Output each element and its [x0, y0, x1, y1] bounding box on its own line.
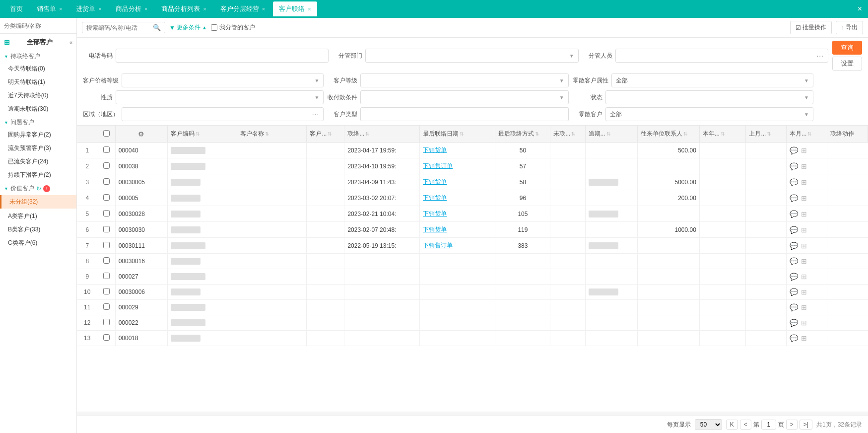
cell-last-contact-method[interactable]	[420, 269, 495, 285]
manager-select[interactable]: ···	[615, 49, 828, 63]
sidebar-item-7days[interactable]: 近7天待联络(0)	[0, 89, 76, 102]
export-btn[interactable]: ↑ 导出	[836, 21, 863, 34]
col-header-customer-type[interactable]: 客户... ⇅	[307, 126, 344, 143]
sidebar-group-pending[interactable]: ▼ 待联络客户	[0, 50, 76, 62]
cell-last-contact-method[interactable]: 下销货单	[420, 143, 495, 158]
row-checkbox[interactable]	[103, 242, 110, 248]
batch-operation-btn[interactable]: ☑ 批量操作	[790, 21, 832, 34]
cell-checkbox[interactable]	[98, 331, 115, 346]
global-close-button[interactable]: ×	[856, 2, 864, 15]
row-checkbox[interactable]	[103, 146, 110, 153]
nav-customer-contact[interactable]: 客户联络 ×	[273, 1, 317, 16]
col-header-this-year[interactable]: 本年... ⇅	[699, 126, 746, 143]
customer-tier-select[interactable]: ▼	[360, 73, 568, 87]
col-header-contact[interactable]: 联络... ⇅	[344, 126, 420, 143]
search-box[interactable]: 🔍	[82, 22, 165, 33]
row-checkbox[interactable]	[103, 303, 110, 310]
chat-icon[interactable]: 💬	[790, 226, 798, 234]
cell-checkbox[interactable]	[98, 206, 115, 222]
grid-action-icon[interactable]: ⊞	[801, 194, 807, 202]
cell-checkbox[interactable]	[98, 300, 115, 315]
my-customers-checkbox-label[interactable]: 我分管的客户	[211, 23, 255, 32]
cell-checkbox[interactable]	[98, 269, 115, 285]
sidebar-item-today[interactable]: 今天待联络(0)	[0, 62, 76, 75]
col-header-no-contact[interactable]: 未联... ⇅	[550, 126, 585, 143]
sidebar-group-problem[interactable]: ▼ 问题客户	[0, 116, 76, 128]
sidebar-item-class-b[interactable]: B类客户(33)	[0, 223, 76, 236]
chat-icon[interactable]: 💬	[790, 178, 798, 186]
horizontal-scrollbar[interactable]	[77, 412, 868, 416]
cell-checkbox[interactable]	[98, 315, 115, 331]
sidebar-search-input[interactable]	[4, 22, 77, 29]
row-checkbox[interactable]	[103, 273, 110, 279]
sidebar-item-class-a[interactable]: A类客户(1)	[0, 210, 76, 223]
last-contact-link[interactable]: 下销货单	[423, 178, 447, 185]
dots-icon2[interactable]: ···	[312, 110, 320, 118]
region-select[interactable]: ···	[122, 107, 324, 121]
last-contact-link[interactable]: 下销货单	[423, 226, 447, 233]
query-button[interactable]: 查询	[832, 41, 862, 55]
close-customer-contact[interactable]: ×	[308, 6, 311, 12]
chat-icon[interactable]: 💬	[790, 162, 798, 170]
cell-checkbox[interactable]	[98, 238, 115, 254]
close-customer-tier[interactable]: ×	[262, 6, 265, 12]
cell-checkbox[interactable]	[98, 254, 115, 269]
close-product-analysis-list[interactable]: ×	[203, 6, 206, 12]
grid-action-icon[interactable]: ⊞	[801, 303, 807, 311]
sidebar-item-unclassified[interactable]: 未分组(32)	[0, 195, 76, 209]
cell-last-contact-method[interactable]: 下销售订单	[420, 238, 495, 254]
sidebar-item-class-c[interactable]: C类客户(6)	[0, 236, 76, 250]
page-number-input[interactable]	[761, 420, 776, 430]
customer-type-input[interactable]	[360, 107, 568, 121]
search-input[interactable]	[86, 24, 151, 31]
sidebar-item-overdue[interactable]: 逾期未联络(30)	[0, 102, 76, 116]
chat-icon[interactable]: 💬	[790, 319, 798, 327]
grid-action-icon[interactable]: ⊞	[801, 334, 807, 342]
last-contact-link[interactable]: 下销货单	[423, 146, 447, 153]
refresh-icon[interactable]: ↻	[36, 185, 41, 192]
dots-icon[interactable]: ···	[816, 52, 824, 60]
row-checkbox[interactable]	[103, 334, 110, 341]
close-product-analysis[interactable]: ×	[144, 6, 147, 12]
row-checkbox[interactable]	[103, 194, 110, 201]
cell-last-contact-method[interactable]: 下销货单	[420, 222, 495, 238]
grid-action-icon[interactable]: ⊞	[801, 242, 807, 250]
col-header-code[interactable]: 客户编码 ⇅	[167, 126, 237, 143]
cell-checkbox[interactable]	[98, 158, 115, 174]
status-select[interactable]: ▼	[605, 90, 813, 104]
col-header-settings[interactable]: ⚙	[115, 126, 167, 143]
col-header-last-month[interactable]: 上月... ⇅	[746, 126, 787, 143]
search-icon[interactable]: 🔍	[153, 24, 161, 31]
row-checkbox[interactable]	[103, 257, 110, 264]
grid-action-icon[interactable]: ⊞	[801, 178, 807, 186]
my-customers-checkbox[interactable]	[211, 24, 217, 31]
col-header-checkbox[interactable]	[98, 126, 115, 143]
dept-select[interactable]: ▼	[365, 49, 578, 63]
cell-last-contact-method[interactable]: 下销货单	[420, 174, 495, 190]
chat-icon[interactable]: 💬	[790, 288, 798, 296]
nav-home[interactable]: 首页	[4, 1, 29, 16]
sidebar-item-lost[interactable]: 已流失客户(24)	[0, 155, 76, 168]
cell-checkbox[interactable]	[98, 222, 115, 238]
nav-product-analysis[interactable]: 商品分析 ×	[110, 1, 153, 16]
cell-last-contact-method[interactable]	[420, 331, 495, 346]
price-tier-select[interactable]: ▼	[122, 73, 324, 87]
cell-last-contact-method[interactable]: 下销货单	[420, 206, 495, 222]
col-header-name[interactable]: 客户名称 ⇅	[237, 126, 307, 143]
chat-icon[interactable]: 💬	[790, 146, 798, 154]
cell-checkbox[interactable]	[98, 285, 115, 300]
sidebar-item-tomorrow[interactable]: 明天待联络(1)	[0, 75, 76, 89]
last-page-btn[interactable]: >|	[800, 420, 812, 430]
reset-button[interactable]: 设置	[832, 57, 862, 71]
row-checkbox[interactable]	[103, 226, 110, 232]
chat-icon[interactable]: 💬	[790, 242, 798, 250]
grid-action-icon[interactable]: ⊞	[801, 288, 807, 296]
chat-icon[interactable]: 💬	[790, 257, 798, 265]
chat-icon[interactable]: 💬	[790, 194, 798, 202]
cell-last-contact-method[interactable]	[420, 285, 495, 300]
phone-input[interactable]	[116, 49, 329, 63]
grid-action-icon[interactable]: ⊞	[801, 162, 807, 170]
payment-select[interactable]: ▼	[360, 90, 568, 104]
grid-action-icon[interactable]: ⊞	[801, 210, 807, 218]
grid-action-icon[interactable]: ⊞	[801, 319, 807, 327]
